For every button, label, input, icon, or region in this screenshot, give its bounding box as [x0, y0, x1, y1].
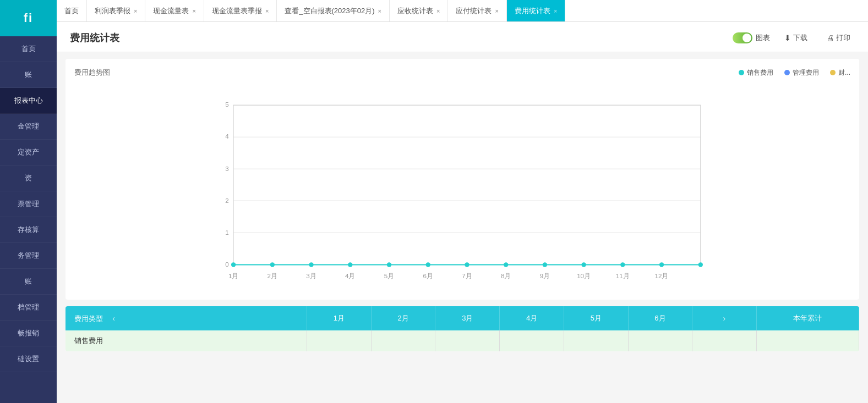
tab-home[interactable]: 首页 [57, 0, 87, 22]
chart-toggle-label: 图表 [756, 33, 770, 43]
sidebar-item-service[interactable]: 务管理 [0, 243, 57, 269]
chart-toggle[interactable] [733, 32, 752, 43]
svg-rect-12 [233, 105, 701, 264]
svg-text:0: 0 [225, 261, 228, 268]
cell-m5 [564, 330, 628, 351]
tab-cashflow-quarterly-label: 现金流量表季报 [212, 6, 262, 16]
print-icon: 🖨 [826, 34, 834, 42]
svg-text:4: 4 [225, 133, 229, 140]
cell-m2 [371, 330, 435, 351]
svg-text:12月: 12月 [655, 272, 669, 279]
legend-sales-label: 销售费用 [747, 68, 773, 78]
chart-legend: 销售费用 管理费用 财... [739, 68, 850, 78]
svg-point-17 [387, 262, 391, 267]
page-header: 费用统计表 图表 ⬇ 下载 🖨 打印 [57, 22, 868, 52]
svg-text:11月: 11月 [616, 272, 630, 279]
sidebar-item-inventory[interactable]: 存核算 [0, 217, 57, 243]
col-month-5: 5月 [564, 306, 628, 330]
tab-receivable-close[interactable]: × [436, 8, 440, 14]
sidebar-item-home[interactable]: 首页 [0, 36, 57, 62]
svg-text:1月: 1月 [228, 272, 238, 279]
download-icon: ⬇ [784, 34, 791, 42]
legend-finance-label: 财... [838, 68, 850, 78]
tab-cashflow-quarterly-close[interactable]: × [265, 8, 269, 14]
cell-m1 [307, 330, 372, 351]
chart-header: 费用趋势图 销售费用 管理费用 财... [74, 68, 850, 78]
cell-expense-type: 销售费用 [65, 330, 307, 351]
tab-cashflow-close[interactable]: × [192, 8, 195, 14]
svg-text:1: 1 [225, 229, 228, 236]
svg-point-25 [698, 262, 703, 267]
sidebar-item-invoice[interactable]: 票管理 [0, 191, 57, 217]
legend-finance-dot [830, 70, 836, 75]
svg-point-13 [231, 262, 236, 267]
sidebar-item-reimbursement[interactable]: 畅报销 [0, 321, 57, 346]
download-button[interactable]: ⬇ 下载 [780, 31, 812, 45]
sidebar-item-reports[interactable]: 报表中心 [0, 88, 57, 114]
cell-m3 [435, 330, 500, 351]
svg-text:5: 5 [225, 101, 228, 108]
col-month-3: 3月 [435, 306, 500, 330]
svg-point-22 [581, 262, 586, 267]
legend-admin-label: 管理费用 [793, 68, 819, 78]
sidebar-logo: fi [0, 0, 57, 36]
tab-expense-close[interactable]: × [554, 8, 557, 14]
tab-profit-quarterly-close[interactable]: × [134, 8, 137, 14]
svg-point-19 [465, 262, 469, 267]
legend-sales-dot [739, 70, 744, 75]
header-actions: 图表 ⬇ 下载 🖨 打印 [733, 31, 855, 45]
sidebar-item-capital[interactable]: 资 [0, 165, 57, 191]
svg-text:3月: 3月 [306, 272, 316, 279]
col-expense-type: 费用类型 ‹ [65, 306, 307, 330]
tab-bar: 首页 利润表季报 × 现金流量表 × 现金流量表季报 × 查看_空白报表(202… [57, 0, 868, 22]
tab-receivable[interactable]: 应收统计表 × [390, 0, 448, 22]
cell-m4 [500, 330, 564, 351]
page-title: 费用统计表 [70, 31, 119, 45]
tab-profit-quarterly[interactable]: 利润表季报 × [87, 0, 145, 22]
svg-point-24 [659, 262, 664, 267]
svg-point-15 [309, 262, 313, 267]
tab-expense[interactable]: 费用统计表 × [507, 0, 565, 22]
sidebar-item-archive[interactable]: 档管理 [0, 295, 57, 321]
tab-payable-label: 应付统计表 [456, 6, 492, 16]
svg-text:7月: 7月 [462, 272, 472, 279]
sidebar-item-account[interactable]: 账 [0, 62, 57, 88]
svg-point-14 [270, 262, 275, 267]
sidebar-item-assets[interactable]: 定资产 [0, 140, 57, 165]
tab-payable-close[interactable]: × [495, 8, 498, 14]
print-button[interactable]: 🖨 打印 [822, 31, 855, 45]
expense-table: 费用类型 ‹ 1月 2月 3月 4月 5月 6月 › 本年累计 [65, 306, 859, 351]
svg-text:6月: 6月 [423, 272, 433, 279]
chart-toggle-wrap: 图表 [733, 32, 770, 43]
sidebar: fi 首页 账 报表中心 金管理 定资产 资 票管理 存核算 务管理 账 档管理… [0, 0, 57, 403]
svg-text:8月: 8月 [501, 272, 511, 279]
svg-text:5月: 5月 [384, 272, 394, 279]
col-month-6: 6月 [628, 306, 692, 330]
tab-blank-report[interactable]: 查看_空白报表(2023年02月) × [277, 0, 390, 22]
chart-section: 费用趋势图 销售费用 管理费用 财... [65, 59, 859, 300]
svg-point-18 [426, 262, 430, 267]
chart-title: 费用趋势图 [74, 68, 110, 78]
tab-blank-report-close[interactable]: × [378, 8, 381, 14]
sidebar-item-ledger[interactable]: 账 [0, 269, 57, 295]
next-arrow[interactable]: › [719, 313, 730, 324]
tab-cashflow-quarterly[interactable]: 现金流量表季报 × [204, 0, 277, 22]
prev-arrow[interactable]: ‹ [108, 313, 119, 324]
svg-text:3: 3 [225, 165, 228, 172]
legend-sales: 销售费用 [739, 68, 773, 78]
tab-payable[interactable]: 应付统计表 × [448, 0, 506, 22]
svg-text:2月: 2月 [268, 272, 277, 279]
sidebar-item-cash[interactable]: 金管理 [0, 114, 57, 140]
svg-text:9月: 9月 [540, 272, 550, 279]
line-chart-svg: 0 1 2 3 4 5 [74, 82, 850, 291]
svg-point-16 [348, 262, 352, 267]
content-area: 费用统计表 图表 ⬇ 下载 🖨 打印 费用趋势图 [57, 22, 868, 403]
tab-cashflow[interactable]: 现金流量表 × [145, 0, 204, 22]
col-month-4: 4月 [500, 306, 564, 330]
print-label: 打印 [836, 33, 850, 43]
legend-admin: 管理费用 [784, 68, 819, 78]
sidebar-item-settings[interactable]: 础设置 [0, 346, 57, 372]
svg-point-21 [543, 262, 547, 267]
table-header-row: 费用类型 ‹ 1月 2月 3月 4月 5月 6月 › 本年累计 [65, 306, 859, 330]
legend-admin-dot [784, 70, 790, 75]
